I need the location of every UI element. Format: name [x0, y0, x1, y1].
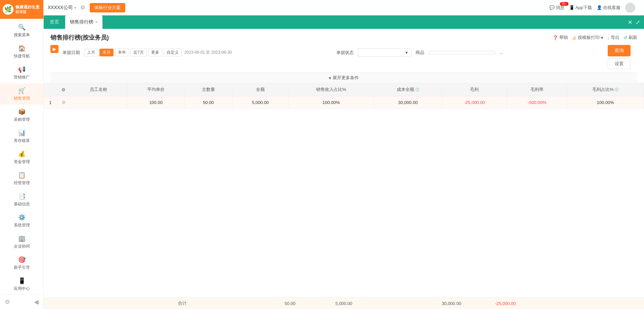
sidebar-item-basic[interactable]: 📑 基础信息	[0, 189, 43, 210]
enterprise-icon: 🏢	[18, 235, 26, 242]
sidebar-item-system[interactable]: ⚙️ 系统管理	[0, 210, 43, 231]
shortcut-icon: 🏠	[18, 45, 26, 52]
sidebar-item-inventory[interactable]: 📊 库存核算	[0, 126, 43, 147]
refresh-button[interactable]: ↺ 刷新	[624, 35, 637, 41]
table-footer: 合计 50.00 5,000.00 30,000.00 -25,000.00	[44, 297, 644, 309]
sidebar-item-purchase[interactable]: 📦 采购管理	[0, 105, 43, 126]
export-icon: ↓	[607, 35, 610, 40]
online-service-button[interactable]: 👤 在线客服	[597, 5, 620, 11]
print-icon: 🖨	[572, 35, 576, 40]
sidebar-item-app[interactable]: 📱 应用中心	[0, 274, 43, 295]
cell-name	[70, 96, 127, 109]
page-content: 销售排行榜(按业务员) ❓ 帮助 🖨 按模板打印 ▾ ↓ 导出	[44, 29, 644, 309]
marketing-icon: 📢	[18, 66, 26, 73]
query-button[interactable]: 查询	[608, 45, 631, 56]
settings-icon[interactable]: ⚙	[5, 298, 10, 306]
tabbar: 首页 销售排行榜 × ✕ ⤢	[44, 15, 644, 29]
tab-active-label: 销售排行榜	[70, 19, 93, 25]
sidebar-item-guide[interactable]: 🎯 新手引导	[0, 253, 43, 274]
sidebar-item-marketing[interactable]: 📢 营销推广	[0, 62, 43, 84]
collapse-icon[interactable]: ◀	[34, 298, 39, 306]
sidebar-item-label-inventory: 库存核算	[14, 138, 30, 144]
page-title-row: 销售排行榜(按业务员) ❓ 帮助 🖨 按模板打印 ▾ ↓ 导出	[50, 34, 637, 42]
filter-expand-row: ▾ 展开更多条件	[50, 72, 637, 83]
col-name: 员工名称	[70, 83, 127, 96]
company-selector[interactable]: XXXXX公司 ▾	[48, 5, 76, 11]
sidebar-item-operation[interactable]: 📋 经营管理	[0, 168, 43, 189]
sidebar-item-enterprise[interactable]: 🏢 企业协同	[0, 231, 43, 253]
tab-home-label: 首页	[50, 19, 59, 25]
cell-amount: 5,000.00	[232, 96, 289, 109]
sidebar-item-label-basic: 基础信息	[14, 201, 30, 207]
sales-icon: 🛒	[18, 87, 26, 94]
sidebar-item-sales[interactable]: 🛒 销售管理	[0, 84, 43, 105]
page-actions: ❓ 帮助 🖨 按模板打印 ▾ ↓ 导出 ↺ 刷新	[553, 35, 638, 41]
col-rank	[44, 83, 57, 96]
col-sales-pct: 销售收入占比%	[289, 83, 374, 96]
sidebar-logo: 🌿 畅康通好生意 标准版	[0, 0, 43, 19]
sidebar-item-label-enterprise: 企业协同	[14, 244, 30, 249]
expand-arrow-icon: ▾	[329, 75, 331, 81]
trial-button[interactable]: 体验行业方案	[90, 3, 125, 12]
tab-home[interactable]: 首页	[44, 15, 65, 29]
sidebar-bottom: ⚙ ◀	[0, 295, 43, 309]
col-settings[interactable]: ⚙	[57, 83, 70, 96]
col-settings-icon[interactable]: ⚙	[61, 87, 66, 92]
finance-icon: 💰	[18, 150, 26, 158]
cell-rank: 1	[44, 96, 57, 109]
app-download-button[interactable]: 📱 App下载	[569, 5, 592, 11]
date-btn-more[interactable]: 更多	[148, 49, 162, 56]
table-header-row: ⚙ 员工名称 平均单价 主数量 全额 销售收入占比% 成本全额 ⓘ 毛利 毛利率…	[44, 83, 644, 96]
service-label: 在线客服	[603, 5, 620, 11]
export-button[interactable]: ↓ 导出	[607, 35, 620, 41]
export-label: 导出	[611, 35, 619, 41]
tab-close-icon[interactable]: ×	[95, 20, 98, 24]
date-btn-last-month[interactable]: 上月	[84, 49, 98, 56]
expand-label: 展开更多条件	[333, 75, 359, 81]
main-area: XXXXX公司 ▾ ⚙ 体验行业方案 💬 消息 99+ 📱 App下载 👤 在线…	[44, 0, 644, 309]
expand-more-button[interactable]: ▾ 展开更多条件	[329, 75, 359, 81]
service-icon: 👤	[597, 5, 602, 10]
logo-icon: 🌿	[3, 4, 13, 15]
status-select-arrow: ▾	[405, 50, 408, 55]
sidebar-item-shortcut[interactable]: 🏠 快捷导航	[0, 41, 43, 62]
tabbar-close-icon[interactable]: ✕	[628, 19, 632, 25]
status-select[interactable]: ▾	[358, 48, 412, 57]
sidebar-item-label-system: 系统管理	[14, 222, 30, 228]
logo-text1: 畅康通好生意	[15, 5, 40, 9]
company-arrow-icon: ▾	[74, 5, 76, 10]
date-btn-7days[interactable]: 近7天	[130, 49, 147, 56]
topbar: XXXXX公司 ▾ ⚙ 体验行业方案 💬 消息 99+ 📱 App下载 👤 在线…	[44, 0, 644, 15]
sidebar-item-finance[interactable]: 💰 资金管理	[0, 147, 43, 168]
inventory-icon: 📊	[18, 129, 26, 137]
message-button[interactable]: 💬 消息 99+	[549, 5, 564, 11]
footer-amount: 5,000.00	[317, 301, 371, 306]
goods-input[interactable]	[428, 51, 496, 54]
col-amount: 全额	[232, 83, 289, 96]
sidebar-nav: 🔍 搜索菜单 🏠 快捷导航 📢 营销推广 🛒 销售管理 📦 采购管理 📊 库存核…	[0, 19, 43, 295]
sidebar-item-label-app: 应用中心	[14, 286, 30, 292]
print-button[interactable]: 🖨 按模板打印 ▾	[572, 35, 603, 41]
settings-button[interactable]: 设置	[608, 58, 631, 69]
avatar[interactable]	[625, 3, 635, 13]
date-btn-custom[interactable]: 自定义	[164, 49, 182, 56]
date-btn-this-year[interactable]: 本年	[115, 49, 129, 56]
sidebar-item-search[interactable]: 🔍 搜索菜单	[0, 20, 43, 41]
tab-sales-ranking[interactable]: 销售排行榜 ×	[65, 15, 102, 29]
help-button[interactable]: ❓ 帮助	[553, 35, 568, 41]
refresh-icon: ↺	[624, 35, 627, 40]
app-label: App下载	[575, 5, 592, 11]
topbar-right: 💬 消息 99+ 📱 App下载 👤 在线客服	[549, 3, 640, 13]
goods-filter-label: 商品	[416, 50, 424, 56]
tabbar-expand-icon[interactable]: ⤢	[636, 19, 640, 25]
more-filters-label[interactable]: ...	[500, 50, 503, 55]
filter-toggle-button[interactable]: ▶	[50, 45, 58, 53]
message-badge: 99+	[560, 2, 568, 6]
date-btn-this-month[interactable]: 本月	[99, 49, 114, 56]
row-settings-icon[interactable]: ⚙	[61, 100, 66, 105]
footer-main-qty: 50.00	[263, 301, 317, 306]
date-options-group: 上月 本月 本年 近7天 更多 自定义 2023-06-01 至 2023-06…	[84, 49, 232, 56]
topbar-gear-icon[interactable]: ⚙	[80, 4, 85, 11]
col-gross-rate: 毛利率	[507, 83, 567, 96]
cell-settings[interactable]: ⚙	[57, 96, 70, 109]
